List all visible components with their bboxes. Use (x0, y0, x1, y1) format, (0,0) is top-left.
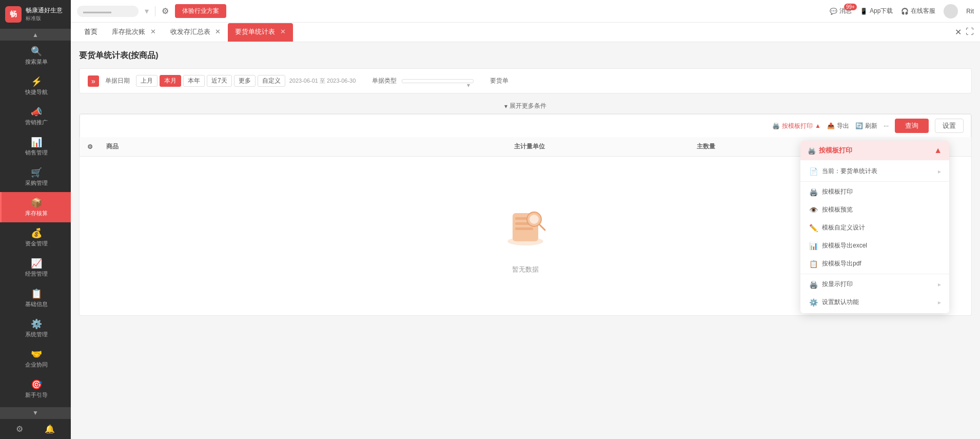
popup-item-template-preview[interactable]: 👁️ 按模板预览 (800, 201, 949, 219)
popup-body: 📄 当前：要货单统计表 ▸ 🖨️ 按模板打印 👁️ 按模板预览 ✏️ 模板自定义… (800, 160, 949, 313)
order-type-select[interactable]: ▾ (402, 79, 474, 83)
topbar-divider (155, 6, 155, 16)
sidebar-item-quick-nav[interactable]: ⚡ 快捷导航 (0, 71, 71, 101)
print-dropdown-popup: 🖨️ 按模板打印 ▲ 📄 当前：要货单统计表 ▸ 🖨️ 按模板打印 👁️ (800, 141, 949, 313)
set-default-arrow-icon: ▸ (938, 299, 941, 306)
sidebar-bottom: ⚙ 🔔 (0, 418, 71, 439)
nav-label-marketing: 营销推广 (25, 119, 48, 126)
popup-item-template-pdf[interactable]: 📋 按模板导出pdf (800, 255, 949, 273)
expand-more-button[interactable]: ▾ 展开更多条件 (504, 102, 546, 110)
sidebar-item-system[interactable]: ⚙️ 系统管理 (0, 313, 71, 343)
message-button[interactable]: 💬 消息 99+ (830, 7, 852, 15)
app-name: 畅康通好生意 (26, 7, 63, 15)
sidebar-item-search[interactable]: 🔍 搜索菜单 (0, 41, 71, 71)
date-buttons: 上月 本月 本年 近7天 更多 自定义 2023-06-01 至 2023-06… (136, 75, 356, 87)
svg-point-6 (530, 215, 539, 224)
print-dropdown-icon: ▲ (815, 122, 821, 129)
template-excel-icon: 📊 (809, 242, 818, 250)
popup-header: 🖨️ 按模板打印 ▲ (800, 141, 949, 160)
sidebar-item-sales[interactable]: 📊 销售管理 (0, 131, 71, 162)
sidebar-item-guide[interactable]: 🎯 新手引导 (0, 374, 71, 404)
sidebar-item-enterprise[interactable]: 🤝 企业协同 (0, 343, 71, 374)
date-btn-more[interactable]: 更多 (234, 75, 256, 87)
svg-rect-4 (515, 227, 533, 230)
topbar-gear-icon[interactable]: ⚙ (162, 6, 169, 16)
trial-button[interactable]: 体验行业方案 (175, 4, 226, 18)
date-btn-last-month[interactable]: 上月 (136, 75, 158, 87)
popup-item-template-custom[interactable]: ✏️ 模板自定义设计 (800, 219, 949, 237)
nav-label-quick-nav: 快捷导航 (25, 88, 48, 96)
set-default-icon: ⚙️ (809, 298, 818, 307)
display-print-icon: 🖨️ (809, 280, 818, 289)
guide-icon: 🎯 (31, 379, 42, 390)
select-arrow-icon: ▾ (467, 82, 470, 89)
sidebar-item-finance[interactable]: 💰 资金管理 (0, 222, 71, 253)
topbar-dropdown-icon[interactable]: ▾ (145, 6, 149, 16)
popup-divider-2 (800, 274, 949, 274)
close-recv-summary-icon[interactable]: ✕ (215, 28, 221, 35)
print-template-button[interactable]: 🖨️ 按模板打印 ▲ (772, 122, 821, 130)
date-btn-7days[interactable]: 近7天 (207, 75, 232, 87)
sidebar-item-inventory[interactable]: 📦 库存核算 (0, 192, 71, 222)
popup-close-icon[interactable]: ▲ (934, 146, 942, 155)
user-name: Rit (966, 8, 974, 15)
system-icon: ⚙️ (31, 318, 42, 330)
purchase-icon: 🛒 (31, 167, 42, 178)
refresh-button[interactable]: 🔄 刷新 (855, 122, 877, 130)
tab-home[interactable]: 首页 (77, 23, 105, 42)
quick-nav-icon: ⚡ (31, 76, 42, 87)
popup-item-template-print[interactable]: 🖨️ 按模板打印 (800, 183, 949, 201)
date-btn-this-month[interactable]: 本月 (160, 75, 181, 87)
sidebar-item-marketing[interactable]: 📣 营销推广 (0, 101, 71, 131)
settings-icon[interactable]: ⚙ (16, 424, 23, 434)
th-product: 商品 (100, 142, 441, 151)
tabs-close-icon[interactable]: ✕ (955, 27, 962, 37)
sidebar-item-operation[interactable]: 📈 经营管理 (0, 253, 71, 283)
finance-icon: 💰 (31, 227, 42, 239)
template-preview-icon: 👁️ (809, 206, 818, 214)
refresh-icon: 🔄 (855, 122, 863, 129)
volume-icon[interactable]: 🔔 (45, 424, 55, 434)
filter-expand-button[interactable]: » (88, 75, 99, 87)
date-label: 单据日期 (105, 77, 130, 85)
popup-item-display-print[interactable]: 🖨️ 按显示打印 ▸ (800, 275, 949, 293)
svg-line-7 (539, 224, 545, 230)
sidebar-item-purchase[interactable]: 🛒 采购管理 (0, 162, 71, 192)
topbar-right: 💬 消息 99+ 📱 App下载 🎧 在线客服 Rit (830, 4, 974, 18)
th-unit: 主计量单位 (441, 142, 618, 151)
tab-inventory-batch[interactable]: 库存批次账 ✕ (105, 23, 163, 42)
popup-item-set-default[interactable]: ⚙️ 设置默认功能 ▸ (800, 293, 949, 311)
sales-icon: 📊 (31, 137, 42, 148)
gear-icon[interactable]: ⚙ (87, 143, 93, 150)
tab-recv-summary[interactable]: 收发存汇总表 ✕ (163, 23, 228, 42)
empty-text: 暂无数据 (512, 265, 539, 274)
tabs-maximize-icon[interactable]: ⛶ (966, 27, 974, 37)
close-order-stats-icon[interactable]: ✕ (280, 28, 286, 35)
close-inventory-batch-icon[interactable]: ✕ (150, 28, 156, 35)
scroll-down-btn[interactable]: ▼ (0, 407, 71, 418)
expand-more-row: ▾ 展开更多条件 (79, 99, 972, 113)
online-service-button[interactable]: 🎧 在线客服 (901, 7, 935, 15)
main-area: ▬▬▬▬▬ ▾ ⚙ 体验行业方案 💬 消息 99+ 📱 App下载 🎧 在线客服… (71, 0, 980, 439)
popup-item-current[interactable]: 📄 当前：要货单统计表 ▸ (800, 162, 949, 180)
current-arrow-icon: ▸ (938, 168, 941, 175)
enterprise-icon: 🤝 (31, 349, 42, 360)
user-avatar[interactable] (944, 4, 958, 18)
topbar: ▬▬▬▬▬ ▾ ⚙ 体验行业方案 💬 消息 99+ 📱 App下载 🎧 在线客服… (71, 0, 980, 23)
template-pdf-icon: 📋 (809, 260, 818, 268)
sidebar-item-basic[interactable]: 📋 基础信息 (0, 283, 71, 313)
date-btn-custom[interactable]: 自定义 (258, 75, 285, 87)
date-btn-this-year[interactable]: 本年 (183, 75, 205, 87)
tab-order-stats[interactable]: 要货单统计表 ✕ (228, 23, 293, 42)
page-title: 要货单统计表(按商品) (79, 50, 972, 61)
query-button[interactable]: 查询 (895, 119, 929, 133)
nav-label-search: 搜索菜单 (25, 58, 48, 66)
settings-button[interactable]: 设置 (935, 119, 964, 133)
sidebar-logo: 畅 畅康通好生意 标准版 (0, 0, 71, 29)
export-button[interactable]: 📤 导出 (827, 122, 849, 130)
popup-item-template-excel[interactable]: 📊 按模板导出excel (800, 237, 949, 255)
more-button[interactable]: ··· (884, 122, 889, 129)
nav-label-basic: 基础信息 (25, 300, 48, 308)
scroll-up-btn[interactable]: ▲ (0, 29, 71, 41)
app-download-button[interactable]: 📱 App下载 (860, 7, 893, 15)
